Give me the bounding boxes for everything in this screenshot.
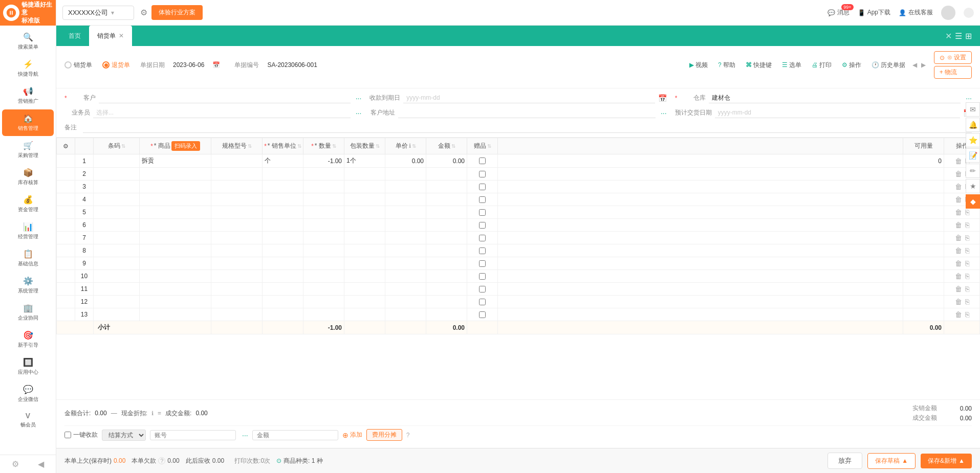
message-btn[interactable]: 💬 消息 99+ [827, 8, 850, 17]
copy-icon[interactable]: ⎘ [965, 259, 969, 267]
add-payment-btn[interactable]: ⊕ 添加 [342, 431, 362, 439]
owe-help-icon[interactable]: ? [158, 457, 165, 464]
split-btn[interactable]: 费用分摊 [366, 429, 402, 441]
sidebar-item-operation[interactable]: 📊 经营管理 [2, 218, 54, 244]
one-click-checkbox[interactable] [64, 432, 71, 438]
settings-bottom-icon[interactable]: ⚙ [12, 459, 19, 469]
sidebar-item-marketing[interactable]: 📢 营销推广 [2, 82, 54, 109]
avatar2[interactable] [964, 8, 974, 18]
gift-checkbox[interactable] [479, 196, 486, 203]
delete-icon[interactable]: 🗑 [955, 208, 962, 216]
calendar-icon2[interactable]: 📅 [658, 94, 667, 102]
discount-info-icon[interactable]: ℹ [151, 410, 154, 417]
gift-checkbox[interactable] [479, 184, 486, 190]
save-new-button[interactable]: 保存&新增 ▲ [921, 454, 972, 468]
row-price-cell[interactable]: 0.00 [385, 154, 426, 168]
delete-icon[interactable]: 🗑 [955, 183, 962, 191]
sort-pkgqty-icon[interactable]: ⇅ [376, 143, 380, 149]
sort-barcode-icon[interactable]: ⇅ [121, 143, 125, 149]
calendar-icon[interactable]: 📅 [212, 61, 220, 69]
avatar[interactable] [941, 6, 955, 20]
sidebar-item-member[interactable]: V 畅会员 [2, 408, 54, 433]
next-icon[interactable]: ▶ [921, 61, 926, 69]
gift-checkbox[interactable] [479, 171, 486, 177]
delete-icon[interactable]: 🗑 [955, 234, 962, 242]
delete-icon[interactable]: 🗑 [955, 246, 962, 255]
sidebar-item-inventory[interactable]: 📦 库存核算 [2, 164, 54, 190]
sort-qty-icon[interactable]: ⇅ [332, 143, 336, 149]
layout-icon2[interactable]: ⊞ [965, 31, 972, 41]
print-btn[interactable]: 🖨 打印 [809, 60, 835, 71]
warehouse-dots-icon[interactable]: ··· [966, 94, 972, 102]
copy-icon[interactable]: ⎘ [965, 272, 969, 280]
payment-amount-input[interactable] [252, 430, 338, 440]
radio-return[interactable]: 退货单 [102, 61, 130, 70]
abandon-button[interactable]: 放弃 [827, 453, 862, 469]
gift-checkbox[interactable] [479, 247, 486, 254]
tab-sales-order[interactable]: 销货单 ✕ [89, 26, 132, 46]
sidebar-item-finance[interactable]: 💰 资金管理 [2, 191, 54, 217]
save-draft-button[interactable]: 保存草稿 ▲ [867, 453, 916, 469]
right-panel-orange-btn[interactable]: ◆ [966, 194, 980, 209]
delete-icon[interactable]: 🗑 [955, 221, 962, 229]
delete-icon[interactable]: 🗑 [955, 157, 962, 165]
gift-checkbox[interactable] [479, 209, 486, 216]
row-gift-cell[interactable] [467, 154, 498, 168]
product-type[interactable]: ⊙ 商品种类: 1 种 [276, 457, 323, 465]
copy-icon[interactable]: ⎘ [965, 208, 969, 216]
gift-checkbox[interactable] [479, 222, 486, 229]
shortcut-btn[interactable]: ⌘ 快捷键 [743, 60, 775, 71]
sidebar-item-system[interactable]: ⚙️ 系统管理 [2, 272, 54, 299]
copy-icon[interactable]: ⎘ [965, 234, 969, 242]
gift-checkbox[interactable] [479, 235, 486, 241]
history-btn[interactable]: 🕐 历史单据 [868, 60, 908, 71]
payment-method-select[interactable]: 结算方式 [102, 430, 146, 441]
gift-checkbox[interactable] [479, 286, 486, 292]
operate-btn[interactable]: ⚙ 操作 [839, 60, 864, 71]
sort-unit-icon[interactable]: ⇅ [297, 143, 301, 149]
gift-checkbox[interactable] [479, 157, 486, 164]
logistics-btn[interactable]: + 物流 [934, 66, 972, 79]
account-dots-icon[interactable]: ··· [242, 431, 248, 439]
copy-icon[interactable]: ⎘ [965, 221, 969, 229]
account-input[interactable] [150, 430, 236, 440]
customer-dots-icon[interactable]: ··· [356, 94, 362, 102]
right-panel-msg-btn[interactable]: ✉ [966, 102, 980, 117]
delivery-date-input[interactable] [715, 107, 960, 118]
gift-checkbox[interactable] [479, 311, 486, 318]
address-dots-icon[interactable]: ··· [661, 109, 667, 117]
address-input[interactable] [398, 107, 656, 118]
due-date-input[interactable] [403, 93, 655, 103]
gift-checkbox[interactable] [479, 299, 486, 305]
tab-close-icon[interactable]: ✕ [119, 32, 124, 39]
sidebar-item-enterprise[interactable]: 🏢 企业协同 [2, 299, 54, 326]
row-spec-cell[interactable] [211, 154, 263, 168]
right-panel-bell-btn[interactable]: 🔔 [966, 118, 980, 132]
row-barcode-cell[interactable] [94, 154, 140, 168]
warehouse-input[interactable] [709, 93, 961, 103]
delete-icon[interactable]: 🗑 [955, 272, 962, 280]
copy-icon[interactable]: ⎘ [965, 285, 969, 293]
row-amount-cell[interactable]: 0.00 [426, 154, 467, 168]
gift-checkbox[interactable] [479, 260, 486, 267]
radio-sale[interactable]: 销货单 [64, 61, 92, 70]
app-download-btn[interactable]: 📱 App下载 [858, 8, 890, 17]
delete-icon[interactable]: 🗑 [955, 259, 962, 267]
online-support-btn[interactable]: 👤 在线客服 [899, 8, 933, 17]
sidebar-item-shortcut[interactable]: ⚡ 快捷导航 [2, 55, 54, 82]
row-qty-cell[interactable]: -1.00 [303, 154, 344, 168]
split-help-icon[interactable]: ? [406, 432, 410, 439]
note-input[interactable] [83, 122, 972, 133]
gift-checkbox[interactable] [479, 273, 486, 280]
gear-icon[interactable]: ⚙ [140, 8, 147, 17]
sidebar-item-appstore[interactable]: 🔲 应用中心 [2, 353, 54, 380]
scan-button[interactable]: 扫码录入 [171, 141, 200, 151]
delete-icon[interactable]: 🗑 [955, 285, 962, 293]
sidebar-item-purchase[interactable]: 🛒 采购管理 [2, 137, 54, 163]
salesperson-input[interactable] [93, 107, 351, 118]
video-btn[interactable]: ▶ 视频 [686, 60, 711, 71]
row-product-cell[interactable]: 拆贡 [140, 154, 211, 168]
copy-icon[interactable]: ⎘ [965, 246, 969, 255]
help-btn[interactable]: ? 帮助 [715, 60, 738, 71]
prev-icon[interactable]: ◀ [912, 61, 917, 69]
